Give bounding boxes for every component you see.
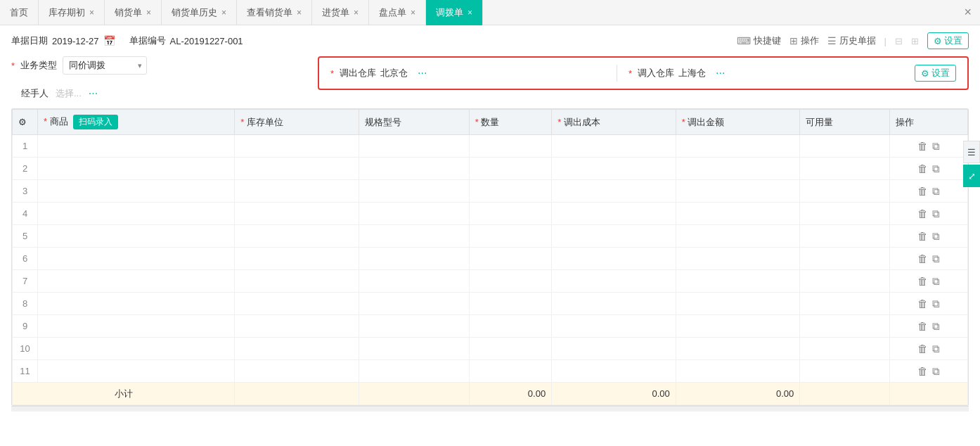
row-5-product[interactable] — [38, 225, 235, 248]
row-2-qty[interactable] — [469, 158, 551, 180]
row-11-unit[interactable] — [235, 360, 359, 383]
in-warehouse-more-icon[interactable]: ··· — [716, 67, 725, 79]
row-1-spec[interactable] — [359, 135, 469, 158]
row-1-delete-icon[interactable]: 🗑 — [917, 140, 928, 152]
calendar-icon[interactable]: 📅 — [103, 35, 115, 46]
tab-purchase-order-close[interactable]: × — [354, 8, 359, 18]
tab-stocktake[interactable]: 盘点单 × — [369, 0, 426, 25]
tab-transfer[interactable]: 调拨单 × — [426, 0, 483, 25]
row-9-qty[interactable] — [469, 315, 551, 338]
row-4-product[interactable] — [38, 203, 235, 225]
row-5-copy-icon[interactable]: ⧉ — [932, 230, 940, 243]
row-7-product[interactable] — [38, 270, 235, 293]
tab-sales-history[interactable]: 销货单历史 × — [162, 0, 237, 25]
row-10-copy-icon[interactable]: ⧉ — [932, 343, 940, 355]
row-11-copy-icon[interactable]: ⧉ — [932, 365, 940, 378]
history-button[interactable]: ☰ 历史单据 — [827, 34, 876, 47]
row-10-product[interactable] — [38, 338, 235, 360]
row-11-spec[interactable] — [359, 360, 469, 383]
row-4-qty[interactable] — [469, 203, 551, 225]
row-2-product[interactable] — [38, 158, 235, 180]
row-4-amount[interactable] — [676, 203, 800, 225]
row-10-amount[interactable] — [676, 338, 800, 360]
row-7-cost[interactable] — [552, 270, 676, 293]
table-settings-icon[interactable]: ⚙ — [18, 117, 27, 127]
row-1-qty[interactable] — [469, 135, 551, 158]
row-10-qty[interactable] — [469, 338, 551, 360]
row-9-cost[interactable] — [552, 315, 676, 338]
row-5-cost[interactable] — [552, 225, 676, 248]
row-11-available[interactable] — [800, 360, 889, 383]
row-3-available[interactable] — [800, 180, 889, 203]
row-11-product[interactable] — [38, 360, 235, 383]
row-5-available[interactable] — [800, 225, 889, 248]
row-8-product[interactable] — [38, 293, 235, 315]
row-3-spec[interactable] — [359, 180, 469, 203]
row-10-unit[interactable] — [235, 338, 359, 360]
row-2-available[interactable] — [800, 158, 889, 180]
table-row[interactable]: 9 🗑 ⧉ — [13, 315, 968, 338]
row-7-delete-icon[interactable]: 🗑 — [917, 275, 928, 287]
tab-sales-order[interactable]: 销货单 × — [105, 0, 162, 25]
row-9-copy-icon[interactable]: ⧉ — [932, 320, 940, 333]
table-row[interactable]: 10 🗑 ⧉ — [13, 338, 968, 360]
row-2-delete-icon[interactable]: 🗑 — [917, 163, 928, 174]
table-row[interactable]: 4 🗑 ⧉ — [13, 203, 968, 225]
row-6-available[interactable] — [800, 248, 889, 270]
side-expand-button[interactable]: ⤢ — [963, 165, 980, 187]
tab-inventory-init-close[interactable]: × — [89, 8, 94, 18]
tab-sales-order-close[interactable]: × — [146, 8, 151, 18]
tab-view-sales[interactable]: 查看销货单 × — [237, 0, 312, 25]
row-10-spec[interactable] — [359, 338, 469, 360]
row-3-qty[interactable] — [469, 180, 551, 203]
row-5-delete-icon[interactable]: 🗑 — [917, 230, 928, 242]
row-2-cost[interactable] — [552, 158, 676, 180]
table-row[interactable]: 7 🗑 ⧉ — [13, 270, 968, 293]
row-8-spec[interactable] — [359, 293, 469, 315]
row-7-available[interactable] — [800, 270, 889, 293]
row-4-delete-icon[interactable]: 🗑 — [917, 208, 928, 219]
row-4-copy-icon[interactable]: ⧉ — [932, 208, 940, 220]
row-6-copy-icon[interactable]: ⧉ — [932, 253, 940, 265]
table-row[interactable]: 5 🗑 ⧉ — [13, 225, 968, 248]
row-1-unit[interactable] — [235, 135, 359, 158]
row-10-available[interactable] — [800, 338, 889, 360]
table-row[interactable]: 2 🗑 ⧉ — [13, 158, 968, 180]
row-9-amount[interactable] — [676, 315, 800, 338]
shortcuts-button[interactable]: ⌨ 快捷键 — [737, 34, 781, 47]
table-row[interactable]: 11 🗑 ⧉ — [13, 360, 968, 383]
row-5-unit[interactable] — [235, 225, 359, 248]
row-1-available[interactable] — [800, 135, 889, 158]
row-3-cost[interactable] — [552, 180, 676, 203]
row-5-amount[interactable] — [676, 225, 800, 248]
row-6-amount[interactable] — [676, 248, 800, 270]
row-11-qty[interactable] — [469, 360, 551, 383]
row-4-unit[interactable] — [235, 203, 359, 225]
row-7-qty[interactable] — [469, 270, 551, 293]
row-5-qty[interactable] — [469, 225, 551, 248]
row-6-product[interactable] — [38, 248, 235, 270]
row-9-unit[interactable] — [235, 315, 359, 338]
row-7-amount[interactable] — [676, 270, 800, 293]
row-3-copy-icon[interactable]: ⧉ — [932, 185, 940, 198]
row-2-unit[interactable] — [235, 158, 359, 180]
row-8-qty[interactable] — [469, 293, 551, 315]
biz-type-select[interactable]: 同价调拨 ▾ — [63, 56, 147, 75]
operator-more-icon[interactable]: ··· — [89, 87, 98, 100]
row-4-available[interactable] — [800, 203, 889, 225]
row-3-amount[interactable] — [676, 180, 800, 203]
row-6-qty[interactable] — [469, 248, 551, 270]
row-3-product[interactable] — [38, 180, 235, 203]
row-2-amount[interactable] — [676, 158, 800, 180]
tab-inventory-init[interactable]: 库存期初 × — [39, 0, 105, 25]
row-11-amount[interactable] — [676, 360, 800, 383]
row-10-delete-icon[interactable]: 🗑 — [917, 343, 928, 355]
row-9-delete-icon[interactable]: 🗑 — [917, 320, 928, 332]
row-7-unit[interactable] — [235, 270, 359, 293]
row-6-spec[interactable] — [359, 248, 469, 270]
row-3-unit[interactable] — [235, 180, 359, 203]
out-warehouse-more-icon[interactable]: ··· — [418, 67, 427, 79]
tab-stocktake-close[interactable]: × — [411, 8, 415, 18]
row-9-product[interactable] — [38, 315, 235, 338]
row-8-copy-icon[interactable]: ⧉ — [932, 298, 940, 310]
